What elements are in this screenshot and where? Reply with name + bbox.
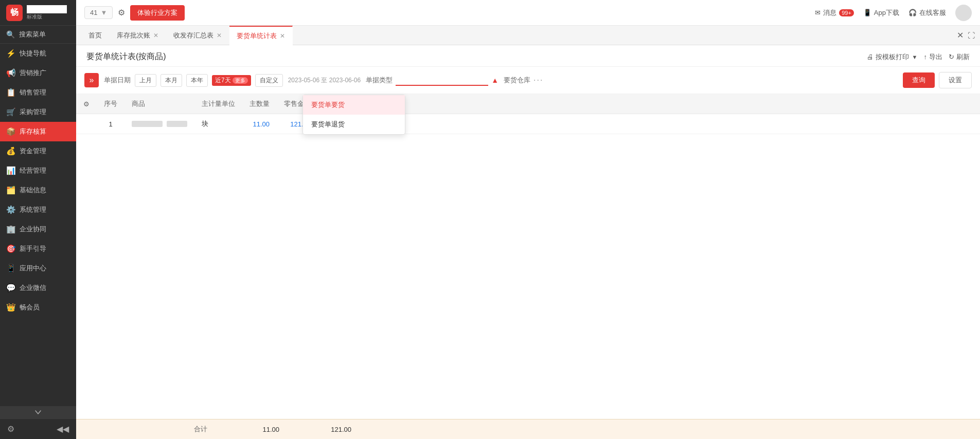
export-btn[interactable]: ↑ 导出 xyxy=(924,52,943,62)
phone-icon: 📱 xyxy=(863,9,871,16)
topbar-right: ✉ 消息 99+ 📱 App下载 🎧 在线客服 xyxy=(815,5,972,21)
col-quantity: 主数量 xyxy=(242,94,277,114)
cell-extra xyxy=(318,114,980,134)
footer-total-label: 合计 xyxy=(194,425,207,434)
tab-bar-close-btn[interactable]: ✕ xyxy=(957,30,964,40)
vip-icon: 👑 xyxy=(6,303,15,312)
more-date-badge[interactable]: 近7天更多 xyxy=(212,75,251,86)
col-unit: 主计量单位 xyxy=(194,94,242,114)
col-settings[interactable]: ⚙ xyxy=(76,94,97,114)
query-btn[interactable]: 查询 xyxy=(903,72,935,88)
warehouse-more-btn[interactable]: ··· xyxy=(533,76,543,85)
sales-icon: 📋 xyxy=(6,88,15,97)
purchase-icon: 🛒 xyxy=(6,107,15,117)
search-icon: 🔍 xyxy=(6,30,15,39)
doc-type-input[interactable] xyxy=(396,75,488,86)
sidebar-item-sales[interactable]: 📋 销售管理 xyxy=(0,83,76,102)
headset-icon: 🎧 xyxy=(908,9,917,16)
filter-actions: 查询 设置 xyxy=(903,72,972,88)
sidebar-item-enterprise[interactable]: 🏢 企业协同 xyxy=(0,220,76,239)
prev-month-btn[interactable]: 上月 xyxy=(135,74,156,87)
date-filter-label: 单据日期 xyxy=(104,76,131,85)
col-extra xyxy=(318,94,980,114)
finance-icon: 💰 xyxy=(6,147,15,156)
warehouse-label: 要货仓库 xyxy=(504,76,530,85)
date-filter-group: 单据日期 上月 本月 本年 近7天更多 自定义 xyxy=(104,74,283,87)
notification-icon: ✉ xyxy=(815,9,821,16)
sidebar-scroll-down-btn[interactable] xyxy=(0,406,76,418)
table-header-row: ⚙ 序号 商品 主计量单位 主数量 xyxy=(76,94,980,114)
this-month-btn[interactable]: 本月 xyxy=(161,74,182,87)
topbar-settings-icon[interactable]: ⚙ xyxy=(118,8,125,17)
tab-home[interactable]: 首页 xyxy=(81,26,110,45)
sidebar-item-wechat[interactable]: 💬 企业微信 xyxy=(0,278,76,298)
product-placeholder-bar xyxy=(132,121,163,127)
tab-close-inventory-batch[interactable]: ✕ xyxy=(153,32,158,39)
doc-type-label: 单据类型 xyxy=(366,76,393,85)
sidebar-item-operations[interactable]: 📊 经营管理 xyxy=(0,161,76,180)
quick-nav-icon: ⚡ xyxy=(6,49,15,58)
inventory-icon: 📦 xyxy=(6,127,15,136)
store-selector[interactable]: 41 ▼ xyxy=(84,6,113,19)
sidebar-item-marketing[interactable]: 📢 营销推广 xyxy=(0,63,76,83)
topbar: 41 ▼ ⚙ 体验行业方案 ✉ 消息 99+ 📱 App下载 🎧 在线客服 xyxy=(76,0,980,26)
tab-bar-extra: ✕ ⛶ xyxy=(957,30,975,40)
tab-requisition-stats[interactable]: 要货单统计表 ✕ xyxy=(229,26,293,45)
sidebar-item-appstore[interactable]: 📱 应用中心 xyxy=(0,259,76,278)
sidebar-item-quick-nav[interactable]: ⚡ 快捷导航 xyxy=(0,44,76,63)
print-template-btn[interactable]: 🖨 按模板打印 ▼ xyxy=(867,52,918,62)
settings-footer-icon[interactable]: ⚙ xyxy=(7,424,14,434)
cell-settings xyxy=(76,114,97,134)
data-table: ⚙ 序号 商品 主计量单位 主数量 xyxy=(76,94,980,134)
tab-close-requisition-stats[interactable]: ✕ xyxy=(280,32,285,40)
sidebar-footer: ⚙ ◀◀ xyxy=(0,418,76,439)
sidebar-item-purchase[interactable]: 🛒 采购管理 xyxy=(0,102,76,122)
sidebar-search[interactable]: 🔍 搜索菜单 xyxy=(0,26,76,44)
product-placeholder-bar2 xyxy=(167,121,187,127)
dropdown-arrow-icon: ▼ xyxy=(100,9,107,16)
export-icon: ↑ xyxy=(924,53,928,61)
tab-receive-summary[interactable]: 收发存汇总表 ✕ xyxy=(166,26,229,45)
cell-quantity[interactable]: 11.00 xyxy=(242,114,277,134)
appstore-icon: 📱 xyxy=(6,264,15,273)
page-header: 要货单统计表(按商品) 🖨 按模板打印 ▼ ↑ 导出 ↻ 刷新 xyxy=(76,45,980,67)
app-download-btn[interactable]: 📱 App下载 xyxy=(863,8,899,17)
refresh-btn[interactable]: ↻ 刷新 xyxy=(949,52,970,62)
col-product: 商品 xyxy=(124,94,194,114)
tab-bar-expand-btn[interactable]: ⛶ xyxy=(968,31,975,40)
chevron-down-icon xyxy=(35,410,41,414)
dropdown-item-requisition-return[interactable]: 要货单退货 xyxy=(303,115,405,134)
filter-settings-btn[interactable]: 设置 xyxy=(939,72,972,88)
sidebar-item-system[interactable]: ⚙️ 系统管理 xyxy=(0,200,76,220)
industry-btn[interactable]: 体验行业方案 xyxy=(130,5,185,21)
print-dropdown-arrow: ▼ xyxy=(912,54,918,60)
custom-date-btn[interactable]: 自定义 xyxy=(255,74,283,87)
footer-quantity: 11.00 xyxy=(238,426,279,433)
cell-seq: 1 xyxy=(97,114,124,134)
doc-type-dropdown-arrow[interactable]: ▲ xyxy=(491,76,498,84)
table-footer: 合计 11.00 121.00 xyxy=(76,419,980,439)
filter-expand-btn[interactable]: » xyxy=(84,73,99,87)
warehouse-filter: 要货仓库 ··· xyxy=(504,76,543,85)
user-avatar[interactable] xyxy=(955,5,972,21)
dropdown-item-requisition-goods[interactable]: 要货单要货 xyxy=(303,95,405,115)
sidebar-item-vip[interactable]: 👑 畅会员 xyxy=(0,298,76,317)
enterprise-icon: 🏢 xyxy=(6,225,15,234)
sidebar-item-inventory[interactable]: 📦 库存核算 xyxy=(0,122,76,141)
tab-inventory-batch[interactable]: 库存批次账 ✕ xyxy=(110,26,166,45)
sidebar: 畅 畅捷通好生意 标准版 🔍 搜索菜单 ⚡ 快捷导航 📢 营销推广 📋 销售管理… xyxy=(0,0,76,439)
online-service-btn[interactable]: 🎧 在线客服 xyxy=(908,8,946,17)
sidebar-item-guide[interactable]: 🎯 新手引导 xyxy=(0,239,76,259)
notification-btn[interactable]: ✉ 消息 99+ xyxy=(815,8,854,17)
filter-bar: » 单据日期 上月 本月 本年 近7天更多 自定义 2023-05-06 至 2… xyxy=(76,67,980,94)
sidebar-logo: 畅 畅捷通好生意 标准版 xyxy=(0,0,76,26)
printer-icon: 🖨 xyxy=(867,53,874,61)
operations-icon: 📊 xyxy=(6,166,15,175)
this-year-btn[interactable]: 本年 xyxy=(186,74,208,87)
collapse-sidebar-icon[interactable]: ◀◀ xyxy=(57,424,69,434)
basic-icon: 🗂️ xyxy=(6,186,15,195)
page-title: 要货单统计表(按商品) xyxy=(86,51,166,62)
tab-close-receive-summary[interactable]: ✕ xyxy=(217,32,222,39)
sidebar-item-finance[interactable]: 💰 资金管理 xyxy=(0,141,76,161)
sidebar-item-basic[interactable]: 🗂️ 基础信息 xyxy=(0,180,76,200)
